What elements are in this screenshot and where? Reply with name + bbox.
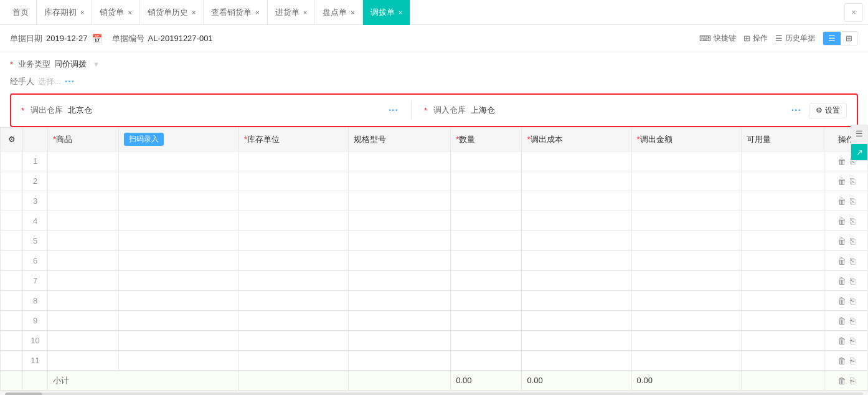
cell-quantity[interactable] — [451, 251, 522, 271]
cell-quantity[interactable] — [451, 311, 522, 331]
tab-inventory-count[interactable]: 盘点单 × — [315, 0, 362, 25]
close-all-button[interactable]: × — [844, 3, 863, 22]
cell-product[interactable] — [48, 251, 119, 271]
cell-cost[interactable] — [522, 331, 631, 351]
cell-amount[interactable] — [631, 351, 741, 371]
col-settings[interactable]: ⚙ — [1, 128, 23, 151]
cell-product[interactable] — [48, 351, 119, 371]
cell-unit[interactable] — [238, 251, 348, 271]
cell-spec[interactable] — [349, 271, 451, 291]
cell-spec[interactable] — [349, 231, 451, 251]
cell-product[interactable] — [48, 291, 119, 311]
handler-placeholder[interactable]: 选择... — [38, 76, 61, 87]
cell-cost[interactable] — [522, 251, 631, 271]
cell-spec[interactable] — [349, 171, 451, 191]
tab-view-sales-close[interactable]: × — [255, 9, 259, 16]
cell-amount[interactable] — [631, 171, 741, 191]
layout-btn-grid[interactable]: ⊞ — [841, 32, 857, 45]
cell-unit[interactable] — [238, 271, 348, 291]
cell-amount[interactable] — [631, 291, 741, 311]
cell-unit[interactable] — [238, 291, 348, 311]
cell-amount[interactable] — [631, 271, 741, 291]
date-value[interactable]: 2019-12-27 — [46, 34, 88, 43]
cell-unit[interactable] — [238, 211, 348, 231]
cell-spec[interactable] — [349, 291, 451, 311]
cell-spec[interactable] — [349, 331, 451, 351]
business-type-dropdown-icon[interactable]: ▼ — [93, 60, 100, 68]
delete-icon[interactable]: 🗑 — [837, 256, 846, 266]
cell-unit[interactable] — [238, 231, 348, 251]
cell-product[interactable] — [48, 211, 119, 231]
transfer-in-more-button[interactable]: ··· — [791, 105, 801, 116]
horizontal-scrollbar[interactable] — [0, 391, 868, 395]
cell-amount[interactable] — [631, 151, 741, 171]
cell-unit[interactable] — [238, 191, 348, 211]
shortcuts-action[interactable]: ⌨ 快捷键 — [699, 33, 736, 44]
cell-quantity[interactable] — [451, 331, 522, 351]
tab-transfer-order-close[interactable]: × — [399, 9, 402, 16]
tab-sales-history[interactable]: 销货单历史 × — [140, 0, 204, 25]
cell-spec[interactable] — [349, 191, 451, 211]
cell-product[interactable] — [48, 271, 119, 291]
cell-cost[interactable] — [522, 151, 631, 171]
subtotal-copy-icon[interactable]: ⎘ — [850, 376, 855, 386]
copy-icon[interactable]: ⎘ — [850, 356, 855, 366]
cell-spec[interactable] — [349, 351, 451, 371]
order-value[interactable]: AL-20191227-001 — [148, 34, 213, 43]
tab-home[interactable]: 首页 — [5, 0, 37, 25]
cell-spec[interactable] — [349, 311, 451, 331]
settings-gear-icon[interactable]: ⚙ — [8, 135, 16, 144]
cell-quantity[interactable] — [451, 271, 522, 291]
transfer-out-value[interactable]: 北京仓 — [68, 105, 92, 116]
cell-product[interactable] — [48, 171, 119, 191]
copy-icon[interactable]: ⎘ — [850, 316, 855, 326]
cell-amount[interactable] — [631, 191, 741, 211]
business-type-value[interactable]: 同价调拨 — [54, 59, 87, 70]
handler-more-button[interactable]: ··· — [65, 76, 75, 87]
delete-icon[interactable]: 🗑 — [837, 316, 846, 326]
delete-icon[interactable]: 🗑 — [837, 216, 846, 226]
cell-unit[interactable] — [238, 311, 348, 331]
cell-cost[interactable] — [522, 231, 631, 251]
cell-quantity[interactable] — [451, 171, 522, 191]
tab-transfer-order[interactable]: 调拨单 × — [363, 0, 410, 25]
copy-icon[interactable]: ⎘ — [850, 216, 855, 226]
cell-product[interactable] — [48, 331, 119, 351]
cell-cost[interactable] — [522, 211, 631, 231]
copy-icon[interactable]: ⎘ — [850, 296, 855, 306]
cell-amount[interactable] — [631, 331, 741, 351]
cell-unit[interactable] — [238, 351, 348, 371]
tab-view-sales[interactable]: 查看销货单 × — [204, 0, 267, 25]
cell-spec[interactable] — [349, 251, 451, 271]
copy-icon[interactable]: ⎘ — [850, 176, 855, 186]
cell-cost[interactable] — [522, 311, 631, 331]
tab-purchase-order[interactable]: 进货单 × — [268, 0, 315, 25]
delete-icon[interactable]: 🗑 — [837, 176, 846, 186]
cell-product[interactable] — [48, 191, 119, 211]
calendar-icon[interactable]: 📅 — [92, 34, 102, 44]
cell-quantity[interactable] — [451, 151, 522, 171]
tab-inventory-init-close[interactable]: × — [80, 9, 84, 16]
cell-amount[interactable] — [631, 251, 741, 271]
cell-product[interactable] — [48, 151, 119, 171]
tab-sales-order-close[interactable]: × — [128, 9, 131, 16]
tab-sales-history-close[interactable]: × — [192, 9, 196, 16]
delete-icon[interactable]: 🗑 — [837, 336, 846, 346]
copy-icon[interactable]: ⎘ — [850, 196, 855, 206]
cell-quantity[interactable] — [451, 291, 522, 311]
copy-icon[interactable]: ⎘ — [850, 336, 855, 346]
delete-icon[interactable]: 🗑 — [837, 356, 846, 366]
history-action[interactable]: ☰ 历史单据 — [775, 33, 815, 44]
delete-icon[interactable]: 🗑 — [837, 296, 846, 306]
copy-icon[interactable]: ⎘ — [850, 256, 855, 266]
cell-cost[interactable] — [522, 271, 631, 291]
operations-action[interactable]: ⊞ 操作 — [743, 33, 768, 44]
copy-icon[interactable]: ⎘ — [850, 276, 855, 286]
cell-amount[interactable] — [631, 311, 741, 331]
layout-btn-list[interactable]: ☰ — [823, 32, 841, 45]
cell-unit[interactable] — [238, 171, 348, 191]
transfer-out-more-button[interactable]: ··· — [389, 105, 399, 116]
warehouse-settings-button[interactable]: ⚙ 设置 — [809, 103, 847, 118]
cell-unit[interactable] — [238, 151, 348, 171]
subtotal-delete-icon[interactable]: 🗑 — [837, 376, 846, 386]
